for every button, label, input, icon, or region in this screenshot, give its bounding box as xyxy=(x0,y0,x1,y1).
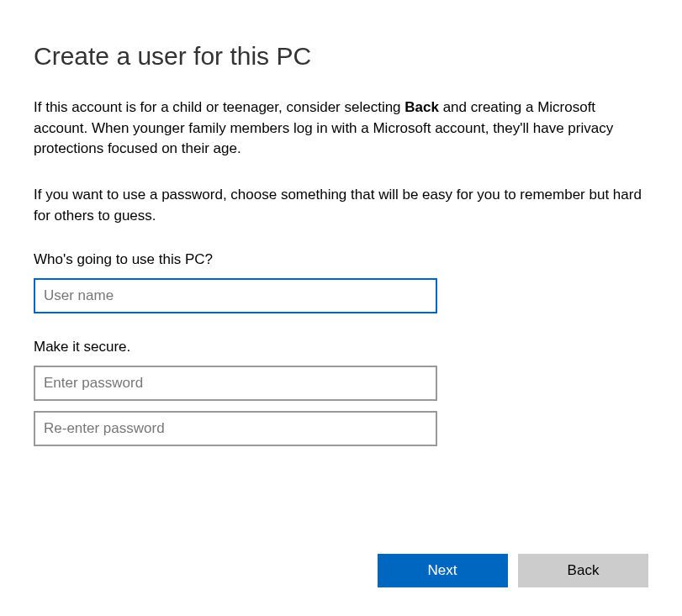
password-section-label: Make it secure. xyxy=(34,339,648,355)
password-input[interactable] xyxy=(34,366,437,401)
info-paragraph-1: If this account is for a child or teenag… xyxy=(34,97,648,160)
username-input[interactable] xyxy=(34,278,437,313)
confirm-password-input[interactable] xyxy=(34,411,437,446)
info-paragraph-1-bold: Back xyxy=(404,99,439,115)
page-title: Create a user for this PC xyxy=(34,42,648,71)
back-button[interactable]: Back xyxy=(518,554,648,587)
info-paragraph-1-part1: If this account is for a child or teenag… xyxy=(34,99,404,115)
next-button[interactable]: Next xyxy=(378,554,508,587)
button-bar: Next Back xyxy=(371,554,648,587)
username-section-label: Who's going to use this PC? xyxy=(34,251,648,268)
info-paragraph-2: If you want to use a password, choose so… xyxy=(34,185,648,226)
